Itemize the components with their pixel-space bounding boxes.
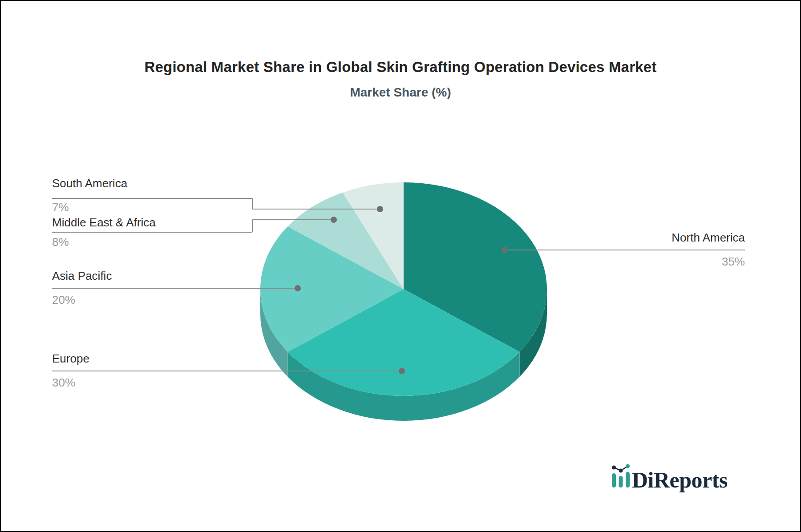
- callout-name-south-america: South America: [52, 176, 127, 190]
- direports-logo: DiReports: [611, 461, 745, 501]
- chart-canvas: Regional Market Share in Global Skin Gra…: [0, 0, 801, 532]
- callout-name-north-america: North America: [558, 230, 745, 245]
- callout-value-middle-east-africa: 8%: [52, 235, 69, 249]
- callout-value-south-america: 7%: [52, 200, 69, 214]
- leader-dot-europe: [399, 368, 405, 374]
- callout-name-europe: Europe: [52, 351, 89, 366]
- leader-dot-middle-east-africa: [331, 217, 337, 223]
- callout-value-north-america: 35%: [558, 254, 745, 269]
- direports-logo-text: DiReports: [632, 467, 728, 493]
- leader-dot-south-america: [377, 206, 383, 212]
- callout-name-asia-pacific: Asia Pacific: [52, 269, 112, 283]
- leader-dot-asia-pacific: [295, 285, 301, 291]
- callout-name-middle-east-africa: Middle East & Africa: [52, 215, 156, 230]
- callout-value-asia-pacific: 20%: [52, 293, 75, 307]
- callout-value-europe: 30%: [52, 375, 75, 390]
- leader-dot-north-america: [502, 247, 508, 253]
- direports-logo-icon: [611, 463, 632, 489]
